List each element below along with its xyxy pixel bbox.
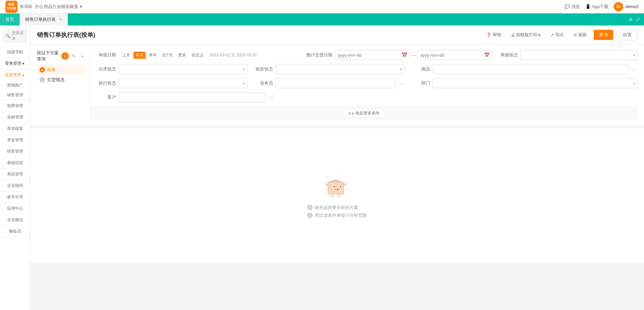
filter-group-payment: 收款状态 ▾ [253, 64, 405, 74]
date-btn-more[interactable]: 更多 [176, 52, 188, 59]
help-btn[interactable]: ❓ 帮助 [483, 31, 504, 39]
sidebar-item-inventory[interactable]: 库存核算 [0, 123, 30, 135]
sidebar-item-membership[interactable]: 畅会员 [0, 226, 30, 237]
sidebar-item-newbie[interactable]: 新手引导 [0, 192, 30, 203]
layout: 🔍 搜索菜单 快捷导航 零售管理 ▼ 批发管理 ▲ 营销推广 销售管理 电商管理… [0, 25, 644, 310]
customer-input[interactable] [119, 92, 265, 102]
filter-item-by-order[interactable]: ● 按单 [37, 65, 86, 75]
message-label: 消息 [571, 4, 580, 10]
help-label: 帮助 [493, 32, 501, 38]
hint-num-2: 2 [307, 213, 313, 218]
filter-sidebar-actions: + ✎ « [61, 52, 86, 60]
execution-status-select-wrapper: ▾ [119, 78, 248, 88]
customer-dots-btn[interactable]: ··· [268, 95, 275, 100]
empty-hint-2: 2 用过滤条件来缩小分析范围 [307, 211, 367, 219]
date-btn-last-month[interactable]: 上月 [120, 52, 132, 59]
filter-item-shortage[interactable]: ○ 欠货情况 [37, 75, 86, 85]
help-icon: ❓ [486, 33, 491, 38]
sidebar-item-basic-info[interactable]: 基础信息 [0, 157, 30, 169]
user-area[interactable]: Ea demo2 [614, 2, 639, 11]
sidebar-item-app-center[interactable]: 应用中心 [0, 203, 30, 214]
wholesale-expand-icon: ▲ [22, 73, 25, 77]
app-icon: 📱 [585, 4, 591, 9]
date-btn-this-year[interactable]: 本年 [147, 52, 159, 59]
top-header: 畅捷 好生意 标准版 办公用品行业模拟账套 ▾ 💬 消息 📱 App下载 Ea … [0, 0, 644, 13]
filter-item-order-label: 按单 [47, 67, 56, 73]
sidebar-item-wholesale[interactable]: 批发管理 ▲ [0, 69, 30, 81]
payment-status-select-wrapper: ▾ [276, 64, 405, 74]
svg-text:✦: ✦ [344, 177, 345, 180]
svg-text:✦: ✦ [340, 174, 342, 177]
export-btn[interactable]: ↗ 导出 [547, 31, 567, 39]
filter-row-3: 执行状态 ▾ 业务员 ··· 部门 [96, 78, 637, 88]
search-menu-btn[interactable]: 🔍 搜索菜单 [3, 29, 27, 43]
expected-date-from[interactable] [335, 50, 410, 60]
goods-input[interactable] [433, 64, 628, 74]
message-icon: 💬 [565, 4, 570, 9]
goods-dots-btn[interactable]: ··· [631, 66, 637, 72]
execution-status-select[interactable] [119, 78, 248, 88]
date-range-text: 2023-03-01 至 2023-03-31 [210, 52, 257, 58]
search-btn[interactable]: 查询 [594, 30, 613, 40]
sidebar-item-sales[interactable]: 销售管理 [0, 90, 30, 100]
wholesale-label: 批发管理 [5, 72, 21, 78]
tab-close-all-icon[interactable]: ✕ [629, 16, 633, 23]
svg-rect-0 [328, 182, 344, 194]
app-download-label: App下载 [592, 4, 608, 10]
filter-add-btn[interactable]: + [61, 52, 69, 60]
print-label: 按模板打印 [516, 32, 538, 38]
print-btn[interactable]: 🖨 按模板打印 ▾ [508, 31, 543, 39]
date-btn-custom[interactable]: 自定义 [190, 52, 206, 59]
date-btn-7days[interactable]: 近7天 [160, 52, 175, 59]
user-name: demo2 [625, 4, 639, 9]
sidebar-item-marketing[interactable]: 营销推广 [0, 81, 30, 90]
date-btn-this-month[interactable]: 本月 [133, 52, 146, 59]
tab-close-icon[interactable]: ✕ [59, 17, 62, 22]
refresh-btn[interactable]: ↺ 刷新 [571, 31, 590, 39]
warehouse-status-select-wrapper: ▾ [119, 64, 248, 74]
sidebar-section-retail: 零售管理 ▼ [0, 58, 30, 69]
filter-group-doc-status: 单据状态 ▾ [498, 50, 637, 60]
salesperson-input[interactable] [276, 78, 395, 88]
filter-group-warehouse: 出库状态 ▾ [96, 64, 248, 74]
refresh-label: 刷新 [578, 32, 587, 38]
sidebar-item-purchase[interactable]: 采购管理 [0, 112, 30, 123]
export-label: 导出 [555, 32, 564, 38]
settings-btn[interactable]: 设置 [617, 30, 637, 40]
date-label: 单据日期 [96, 52, 116, 58]
sidebar-item-operations[interactable]: 经营管理 [0, 146, 30, 157]
doc-status-select[interactable] [521, 50, 637, 60]
doc-status-label: 单据状态 [498, 52, 518, 58]
header-path[interactable]: 办公用品行业模拟账套 ▾ [35, 4, 82, 10]
message-btn[interactable]: 💬 消息 [565, 4, 580, 10]
payment-status-select[interactable] [276, 64, 405, 74]
expected-date-to[interactable] [417, 50, 492, 60]
svg-text:✦: ✦ [326, 175, 329, 179]
filter-edit-btn[interactable]: ✎ [70, 52, 77, 60]
tab-home[interactable]: 首页 [0, 13, 20, 25]
tab-bar: 首页 销售订单执行表 ✕ ✕ ⤢ [0, 13, 644, 25]
brand-logo[interactable]: 畅捷 好生意 [5, 1, 17, 13]
path-dropdown-icon[interactable]: ▾ [80, 4, 82, 9]
sidebar-item-enterprise[interactable]: 企业协同 [0, 180, 30, 192]
sidebar-item-system[interactable]: 系统管理 [0, 169, 30, 180]
filter-collapse-btn[interactable]: « [79, 52, 86, 60]
salesperson-dots-btn[interactable]: ··· [398, 81, 405, 86]
sidebar-item-finance[interactable]: 资金管理 [0, 135, 30, 146]
warehouse-status-select[interactable] [119, 64, 248, 74]
app-download-btn[interactable]: 📱 App下载 [585, 4, 608, 10]
export-icon: ↗ [550, 33, 554, 38]
dept-select[interactable] [433, 78, 637, 88]
warehouse-status-label: 出库状态 [96, 66, 116, 72]
sidebar-item-quick-nav[interactable]: 快捷导航 [0, 47, 30, 58]
filter-fields: 单据日期 上月 本月 本年 近7天 更多 自定义 2023-03-01 至 20… [91, 50, 637, 102]
filter-sidebar-header: 按以下方案查询 + ✎ « [37, 50, 86, 62]
sidebar-item-wechat[interactable]: 企业微信 [0, 214, 30, 226]
tab-sales-order[interactable]: 销售订单执行表 ✕ [20, 13, 68, 25]
sidebar-item-ecommerce[interactable]: 电商管理 [0, 100, 30, 112]
filter-panel: 按以下方案查询 + ✎ « ● 按单 ○ 欠货情况 [30, 45, 644, 125]
doc-status-select-wrapper: ▾ [521, 50, 637, 60]
tab-expand-icon[interactable]: ⤢ [636, 16, 640, 23]
collapse-more-btn[interactable]: ∧∧ 收起更多条件 [342, 109, 385, 118]
sidebar-item-retail[interactable]: 零售管理 ▼ [0, 58, 30, 69]
